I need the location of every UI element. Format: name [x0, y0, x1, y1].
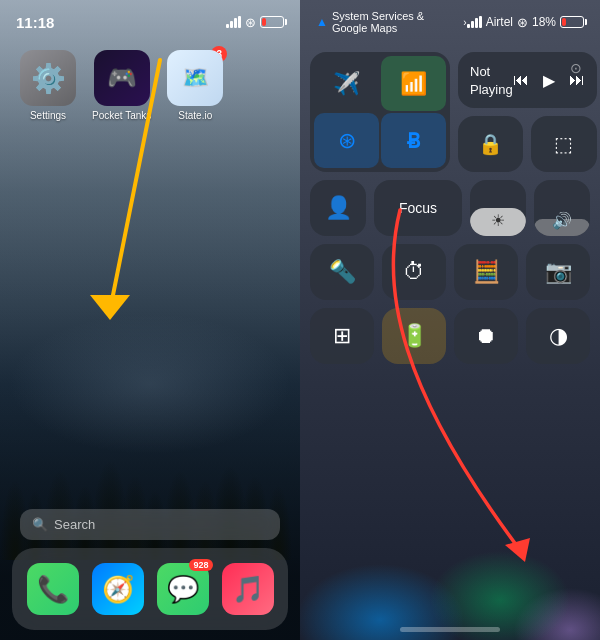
dock: 📞 🧭 💬 928 🎵 [12, 548, 288, 630]
signal-bar-3 [234, 18, 237, 28]
settings-app[interactable]: ⚙️ 3 Settings [20, 50, 76, 121]
settings-icon-img: ⚙️ 3 [20, 50, 76, 106]
airplay-icon: ⊙ [570, 60, 582, 76]
battery-fill [262, 18, 266, 26]
app-grid: ⚙️ 3 Settings 🎮 Pocket Tanks 🗺️ State.io [20, 50, 223, 121]
prev-button[interactable]: ⏮ [513, 71, 529, 89]
flashlight-button[interactable]: 🔦 [310, 244, 374, 300]
location-icon: ▲ [316, 15, 328, 29]
wifi-icon: ⊛ [245, 15, 256, 30]
camera-button[interactable]: 📷 [526, 244, 590, 300]
signal-bar-1 [226, 24, 229, 28]
timer-icon: ⏱ [403, 259, 425, 285]
brightness-slider[interactable]: ☀ [470, 180, 526, 236]
messages-app[interactable]: 💬 928 [157, 563, 209, 615]
volume-icon: 🔊 [552, 211, 572, 230]
focus-label: Focus [399, 200, 437, 216]
status-icons-right: ⊛ [226, 15, 284, 30]
status-time: 11:18 [16, 14, 54, 31]
search-icon: 🔍 [32, 517, 48, 532]
pocket-tanks-icon-img: 🎮 [94, 50, 150, 106]
state-io-label: State.io [178, 110, 212, 121]
cc-right-col: Not Playing ⊙ ⏮ ▶ ⏭ 🔒 ⬚ [458, 52, 597, 172]
cc-carrier: Airtel [486, 15, 513, 29]
battery-low-power-icon: 🔋 [401, 323, 428, 349]
focus-person-icon: 👤 [325, 195, 352, 221]
signal-bar-2 [230, 21, 233, 28]
cc-row-3: 🔦 ⏱ 🧮 📷 [310, 244, 590, 300]
low-power-button[interactable]: 🔋 [382, 308, 446, 364]
qr-code-icon: ⊞ [333, 323, 351, 349]
orientation-lock-icon: 🔒 [478, 132, 503, 156]
cc-row-2: 👤 Focus ☀ 🔊 [310, 180, 590, 236]
connectivity-block: ✈️ 📶 ⊛ Ƀ [310, 52, 450, 172]
focus-button[interactable]: 👤 [310, 180, 366, 236]
status-bar: 11:18 ⊛ [0, 0, 300, 44]
music-app[interactable]: 🎵 [222, 563, 274, 615]
wifi-button[interactable]: ⊛ [314, 113, 379, 168]
messages-badge: 928 [189, 559, 212, 571]
cc-status-bar: ▲ System Services & Google Maps › Airtel… [300, 0, 600, 44]
signal-icon [226, 16, 241, 28]
screen-record-button[interactable]: ⏺ [454, 308, 518, 364]
airplane-icon: ✈️ [333, 71, 360, 97]
volume-slider[interactable]: 🔊 [534, 180, 590, 236]
pocket-tanks-app[interactable]: 🎮 Pocket Tanks [92, 50, 151, 121]
cc-mini-tiles: 🔒 ⬚ [458, 116, 597, 172]
search-bar[interactable]: 🔍 Search [20, 509, 280, 540]
cc-location-text: System Services & Google Maps [332, 10, 459, 34]
dark-mode-button[interactable]: ◑ [526, 308, 590, 364]
airplane-mode-button[interactable]: ✈️ [314, 56, 379, 111]
focus-tile[interactable]: Focus [374, 180, 462, 236]
cc-row-1: ✈️ 📶 ⊛ Ƀ Not Pla [310, 52, 590, 172]
home-indicator [400, 627, 500, 632]
camera-icon: 📷 [545, 259, 572, 285]
timer-button[interactable]: ⏱ [382, 244, 446, 300]
phone-app[interactable]: 📞 [27, 563, 79, 615]
state-io-icon-img: 🗺️ [167, 50, 223, 106]
cc-location: ▲ System Services & Google Maps › [316, 10, 467, 34]
media-widget[interactable]: Not Playing ⊙ ⏮ ▶ ⏭ [458, 52, 597, 108]
control-center: ▲ System Services & Google Maps › Airtel… [300, 0, 600, 640]
battery-icon [260, 16, 284, 28]
cc-signal-bar-3 [475, 18, 478, 28]
bluetooth-icon: Ƀ [407, 129, 421, 153]
pocket-tanks-label: Pocket Tanks [92, 110, 151, 121]
dark-mode-icon: ◑ [549, 323, 568, 349]
calculator-icon: 🧮 [473, 259, 500, 285]
home-screen: 11:18 ⊛ ⚙️ 3 Settings 🎮 [0, 0, 300, 640]
media-info: Not Playing [470, 62, 513, 98]
cc-signal-bar-1 [467, 24, 470, 28]
cc-battery-fill [562, 18, 566, 26]
cc-signal-bar-2 [471, 21, 474, 28]
cc-main-content: ✈️ 📶 ⊛ Ƀ Not Pla [310, 52, 590, 372]
play-button[interactable]: ▶ [543, 71, 555, 90]
qr-code-button[interactable]: ⊞ [310, 308, 374, 364]
cellular-icon: 📶 [400, 71, 427, 97]
screen-record-icon: ⏺ [475, 323, 497, 349]
cc-status-right: Airtel ⊛ 18% [467, 15, 584, 30]
screen-mirror-icon: ⬚ [554, 132, 573, 156]
cc-signal-bar-4 [479, 16, 482, 28]
safari-app[interactable]: 🧭 [92, 563, 144, 615]
screen-mirror-button[interactable]: ⬚ [531, 116, 596, 172]
cc-signal-icon [467, 16, 482, 28]
media-title: Not Playing [470, 64, 513, 97]
state-io-app[interactable]: 🗺️ State.io [167, 50, 223, 121]
bluetooth-button[interactable]: Ƀ [381, 113, 446, 168]
flashlight-icon: 🔦 [329, 259, 356, 285]
cc-wifi-icon: ⊛ [517, 15, 528, 30]
calculator-button[interactable]: 🧮 [454, 244, 518, 300]
cellular-button[interactable]: 📶 [381, 56, 446, 111]
settings-label: Settings [30, 110, 66, 121]
orientation-lock-button[interactable]: 🔒 [458, 116, 523, 172]
cc-row-4: ⊞ 🔋 ⏺ ◑ [310, 308, 590, 364]
wifi-symbol-icon: ⊛ [338, 128, 356, 154]
cc-battery-pct: 18% [532, 15, 556, 29]
cc-battery-icon [560, 16, 584, 28]
signal-bar-4 [238, 16, 241, 28]
search-text: Search [54, 517, 95, 532]
brightness-icon: ☀ [491, 211, 505, 230]
